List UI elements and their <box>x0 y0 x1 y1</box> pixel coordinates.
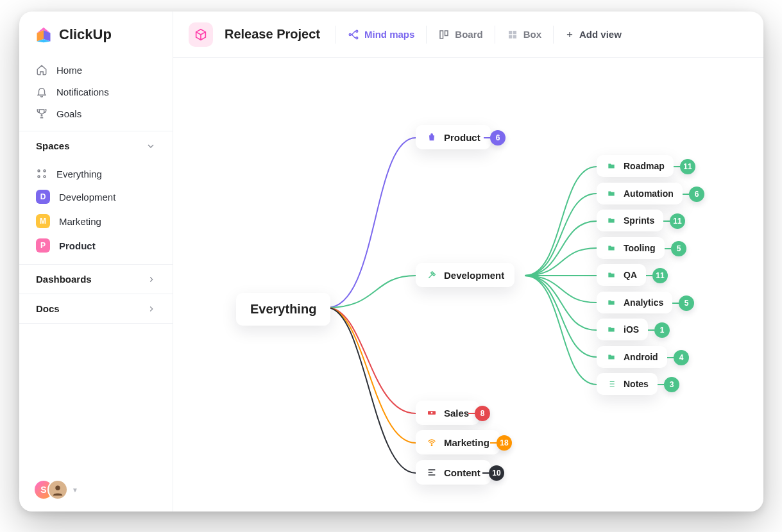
node-development-label: Development <box>444 270 504 281</box>
chevron-down-icon <box>146 141 156 151</box>
spaces-header-label: Spaces <box>36 140 70 151</box>
clickup-logo-icon <box>35 26 53 44</box>
bell-icon <box>36 86 47 97</box>
leaf-ios[interactable]: iOS <box>597 319 648 340</box>
badge-connector <box>484 137 490 138</box>
leaf-label: QA <box>624 270 637 280</box>
leaf-label: Tooling <box>624 243 656 253</box>
badge-content: 10 <box>489 465 504 481</box>
leaf-android[interactable]: Android <box>597 346 667 368</box>
nav-notifications[interactable]: Notifications <box>28 81 164 103</box>
separator <box>426 26 427 44</box>
main-area: Release Project Mind maps Board Box <box>173 12 763 511</box>
node-marketing[interactable]: Marketing <box>416 430 500 454</box>
svg-rect-12 <box>440 31 443 38</box>
docs-label: Docs <box>36 303 60 314</box>
box-icon <box>507 29 518 40</box>
trophy-icon <box>36 108 47 119</box>
nav-docs[interactable]: Docs <box>19 294 173 324</box>
badge-qa: 11 <box>652 268 668 283</box>
brand-name: ClickUp <box>59 26 112 43</box>
space-icon-p: P <box>36 238 50 253</box>
home-icon <box>36 64 47 76</box>
svg-point-9 <box>349 33 351 35</box>
node-development[interactable]: Development <box>416 263 514 287</box>
nav-goals[interactable]: Goals <box>28 103 164 124</box>
leaf-roadmap[interactable]: Roadmap <box>597 155 674 177</box>
mindmap-icon <box>348 29 359 40</box>
badge-automation: 6 <box>689 187 704 202</box>
badge-marketing: 18 <box>497 435 512 451</box>
node-root-label: Everything <box>250 302 316 317</box>
leaf-automation[interactable]: Automation <box>597 183 683 204</box>
nav-home-label: Home <box>56 65 82 76</box>
badge-sales: 8 <box>475 406 490 421</box>
nav-goals-label: Goals <box>56 108 81 119</box>
space-product[interactable]: P Product <box>28 233 164 258</box>
badge-connector <box>663 220 670 222</box>
user-avatar-stack[interactable]: S ▼ <box>33 479 158 500</box>
node-content[interactable]: Content <box>416 460 491 485</box>
space-development[interactable]: D Development <box>28 185 164 209</box>
node-sales-label: Sales <box>444 408 469 419</box>
svg-rect-14 <box>509 31 512 34</box>
spaces-list: Everything D Development M Marketing P P… <box>19 160 173 264</box>
badge-connector <box>490 442 497 444</box>
space-everything-label: Everything <box>56 169 102 179</box>
svg-point-20 <box>431 445 432 445</box>
space-icon-d: D <box>36 190 50 204</box>
dashboards-label: Dashboards <box>36 274 92 285</box>
view-tab-mindmaps[interactable]: Mind maps <box>348 29 414 40</box>
leaf-notes[interactable]: Notes <box>597 373 658 395</box>
spaces-header[interactable]: Spaces <box>19 131 173 160</box>
leaf-qa[interactable]: QA <box>597 264 646 286</box>
view-tab-board-label: Board <box>455 29 482 40</box>
brand-logo[interactable]: ClickUp <box>19 12 173 56</box>
leaf-analytics[interactable]: Analytics <box>597 292 672 313</box>
node-root[interactable]: Everything <box>236 293 330 326</box>
wifi-icon <box>426 436 438 448</box>
folder-icon <box>606 297 617 308</box>
folder-icon <box>606 188 617 199</box>
badge-product: 6 <box>490 130 506 145</box>
grid-dots-icon <box>36 168 47 179</box>
leaf-tooling[interactable]: Tooling <box>597 237 665 259</box>
leaf-label: Notes <box>624 379 649 389</box>
separator <box>336 26 336 44</box>
app-window: ClickUp Home Notifications Goals Spaces <box>19 12 763 511</box>
folder-icon <box>606 160 617 172</box>
svg-point-6 <box>38 176 40 178</box>
space-everything[interactable]: Everything <box>28 163 164 185</box>
nav-dashboards[interactable]: Dashboards <box>19 264 173 294</box>
folder-icon <box>606 351 617 363</box>
node-product[interactable]: Product <box>416 125 491 149</box>
folder-icon <box>606 269 617 281</box>
cube-icon <box>194 28 208 42</box>
view-tab-box[interactable]: Box <box>507 29 541 40</box>
space-marketing[interactable]: M Marketing <box>28 209 164 233</box>
badge-connector <box>665 248 671 249</box>
badge-connector <box>672 303 679 304</box>
hammer-icon <box>426 269 438 281</box>
leaf-label: Analytics <box>624 297 663 308</box>
add-view-button[interactable]: Add view <box>565 29 622 40</box>
badge-connector <box>667 357 674 358</box>
badge-connector <box>646 275 652 276</box>
svg-point-4 <box>38 170 40 172</box>
badge-connector <box>683 194 689 195</box>
project-icon[interactable] <box>189 22 213 47</box>
svg-point-10 <box>356 30 358 32</box>
avatar-photo <box>47 479 68 500</box>
topbar: Release Project Mind maps Board Box <box>173 12 763 58</box>
bag-icon <box>426 131 438 143</box>
separator <box>553 26 554 44</box>
node-product-label: Product <box>444 132 480 143</box>
leaf-sprints[interactable]: Sprints <box>597 210 663 231</box>
view-tab-board[interactable]: Board <box>438 29 482 40</box>
leaf-label: Android <box>624 352 658 362</box>
chevron-right-icon <box>147 275 156 284</box>
mindmap-canvas[interactable]: Everything Product 6 Development Sal <box>173 58 763 511</box>
nav-home[interactable]: Home <box>28 59 164 81</box>
badge-connector <box>482 472 489 474</box>
board-icon <box>438 29 450 40</box>
